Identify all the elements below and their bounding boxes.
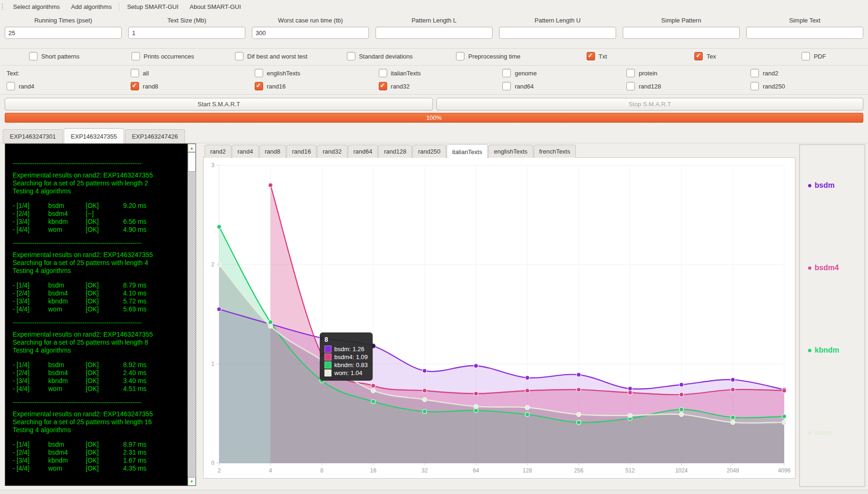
- point-wom-256[interactable]: [576, 413, 581, 417]
- point-kbndm-4096[interactable]: [782, 414, 786, 419]
- checkbox-protein[interactable]: protein: [620, 67, 744, 79]
- point-kbndm-16[interactable]: [371, 399, 375, 404]
- checkbox-rand250[interactable]: rand250: [744, 81, 868, 92]
- checkbox-englishtexts[interactable]: englishTexts: [248, 67, 372, 79]
- point-kbndm-128[interactable]: [525, 413, 530, 417]
- checkbox-box[interactable]: [235, 52, 243, 60]
- point-bsdm4-32[interactable]: [422, 389, 427, 393]
- menu-item-add-algorithms[interactable]: Add algorithms: [66, 1, 118, 13]
- checkbox-rand2[interactable]: rand2: [744, 67, 868, 79]
- checkbox-box[interactable]: [379, 82, 387, 90]
- point-bsdm-64[interactable]: [474, 364, 478, 368]
- scrollbar-thumb[interactable]: [188, 152, 196, 172]
- checkbox-preprocessing-time[interactable]: Preprocessing time: [434, 51, 543, 62]
- legend-item-kbndm[interactable]: kbndm: [808, 346, 839, 354]
- chart-tab-rand250[interactable]: rand250: [412, 145, 446, 158]
- checkbox-txt[interactable]: Txt: [543, 51, 651, 62]
- point-kbndm-64[interactable]: [474, 408, 478, 413]
- legend-item-bsdm[interactable]: bsdm: [808, 181, 835, 190]
- terminal-scrollbar[interactable]: ▲ ▼: [187, 144, 196, 486]
- point-wom-2048[interactable]: [731, 420, 735, 424]
- checkbox-box[interactable]: [802, 52, 810, 60]
- menu-item-setup-smart-gui[interactable]: Setup SMART-GUI: [121, 1, 184, 13]
- checkbox-box[interactable]: [587, 52, 595, 60]
- point-bsdm4-64[interactable]: [474, 391, 478, 396]
- point-bsdm-32[interactable]: [422, 369, 427, 373]
- scroll-down-icon[interactable]: ▼: [188, 477, 196, 486]
- start-smart-button[interactable]: Start S.M.A.R.T: [5, 98, 433, 111]
- checkbox-box[interactable]: [750, 82, 759, 90]
- checkbox-box[interactable]: [347, 52, 355, 60]
- chart-tab-rand32[interactable]: rand32: [317, 145, 347, 158]
- point-wom-32[interactable]: [422, 398, 427, 402]
- point-bsdm4-128[interactable]: [525, 389, 530, 393]
- checkbox-pdf[interactable]: PDF: [759, 51, 868, 62]
- checkbox-box[interactable]: [502, 69, 511, 77]
- checkbox-box[interactable]: [255, 82, 263, 90]
- checkbox-short-patterns[interactable]: Short patterns: [0, 51, 109, 62]
- checkbox-tex[interactable]: Tex: [651, 51, 760, 62]
- checkbox-genome[interactable]: genome: [496, 67, 620, 79]
- point-wom-4096[interactable]: [782, 420, 786, 424]
- point-wom-64[interactable]: [474, 405, 478, 409]
- checkbox-box[interactable]: [29, 52, 37, 60]
- chart-tab-frenchTexts[interactable]: frenchTexts: [534, 145, 576, 158]
- checkbox-rand32[interactable]: rand32: [372, 81, 496, 92]
- checkbox-box[interactable]: [456, 52, 464, 60]
- point-kbndm-32[interactable]: [422, 409, 427, 413]
- field-input-worst-case-run-time-tb-[interactable]: [252, 27, 369, 39]
- point-bsdm-256[interactable]: [576, 373, 581, 377]
- checkbox-all[interactable]: all: [124, 67, 248, 79]
- checkbox-italiantexts[interactable]: italianTexts: [372, 67, 496, 79]
- legend-item-wom[interactable]: wom: [808, 428, 831, 437]
- field-input-simple-text[interactable]: [746, 27, 863, 39]
- point-kbndm-1024[interactable]: [679, 407, 684, 412]
- chart-tab-rand64[interactable]: rand64: [348, 145, 378, 158]
- chart-tab-rand16[interactable]: rand16: [287, 145, 316, 158]
- point-bsdm4-16[interactable]: [371, 383, 375, 388]
- checkbox-dif-best-and-worst-test[interactable]: Dif best and worst test: [217, 51, 326, 62]
- point-bsdm4-256[interactable]: [576, 388, 581, 392]
- checkbox-box[interactable]: [502, 82, 511, 90]
- field-input-pattern-length-l[interactable]: [375, 27, 493, 39]
- point-kbndm-256[interactable]: [576, 420, 581, 424]
- point-wom-512[interactable]: [628, 413, 632, 418]
- checkbox-box[interactable]: [626, 69, 635, 77]
- checkbox-box[interactable]: [255, 69, 263, 77]
- menu-item-select-algorithms[interactable]: Select algorithms: [7, 1, 66, 13]
- point-bsdm-1024[interactable]: [679, 383, 684, 387]
- point-bsdm-128[interactable]: [525, 376, 530, 380]
- checkbox-box[interactable]: [379, 69, 387, 77]
- checkbox-rand64[interactable]: rand64: [496, 81, 620, 92]
- tab-EXP1463247426[interactable]: EXP1463247426: [125, 129, 185, 143]
- checkbox-box[interactable]: [750, 69, 759, 77]
- point-wom-1024[interactable]: [679, 413, 684, 417]
- point-bsdm4-2048[interactable]: [731, 388, 735, 392]
- point-wom-16[interactable]: [371, 389, 375, 393]
- checkbox-prints-occurrences[interactable]: Prints occurrences: [109, 51, 217, 62]
- field-input-simple-pattern[interactable]: [623, 27, 740, 39]
- chart-tab-italianTexts[interactable]: italianTexts: [447, 144, 488, 158]
- field-input-text-size-mb-[interactable]: [128, 27, 245, 39]
- checkbox-rand8[interactable]: rand8: [124, 81, 248, 92]
- chart-tab-rand4[interactable]: rand4: [232, 145, 258, 158]
- scrollbar-track[interactable]: [188, 172, 196, 477]
- checkbox-standard-deviations[interactable]: Standard deviations: [325, 51, 434, 62]
- point-bsdm4-1024[interactable]: [679, 392, 684, 397]
- checkbox-box[interactable]: [131, 69, 139, 77]
- chart-tab-rand128[interactable]: rand128: [378, 145, 412, 158]
- checkbox-box[interactable]: [131, 82, 139, 90]
- point-bsdm4-4[interactable]: [268, 183, 272, 187]
- point-kbndm-2[interactable]: [217, 225, 221, 229]
- field-input-pattern-length-u[interactable]: [499, 27, 616, 39]
- legend-item-bsdm4[interactable]: bsdm4: [808, 264, 839, 272]
- chart-tab-englishTexts[interactable]: englishTexts: [488, 145, 533, 158]
- checkbox-box[interactable]: [132, 52, 140, 60]
- field-input-running-times-pset-[interactable]: [5, 27, 122, 39]
- point-bsdm-2048[interactable]: [731, 377, 735, 382]
- scroll-up-icon[interactable]: ▲: [188, 144, 196, 152]
- menu-item-about-smart-gui[interactable]: About SMART-GUI: [184, 1, 247, 13]
- point-bsdm-2[interactable]: [217, 307, 221, 311]
- tab-EXP1463247355[interactable]: EXP1463247355: [64, 128, 124, 143]
- point-wom-128[interactable]: [525, 406, 530, 410]
